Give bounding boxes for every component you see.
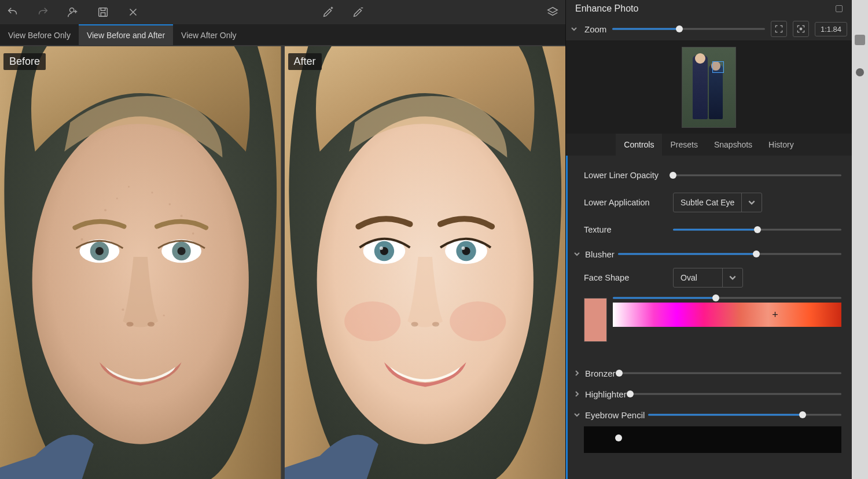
close-icon[interactable] [125,4,141,20]
after-pane[interactable]: After [285,46,566,479]
blusher-color-swatch[interactable] [584,298,607,342]
hue-crosshair-icon: + [772,309,778,321]
chevron-down-icon [741,193,762,212]
svg-point-18 [95,246,104,255]
eyebrow-pencil-slider[interactable] [648,409,841,421]
fit-screen-icon[interactable] [771,21,787,37]
svg-point-11 [151,191,153,193]
svg-point-37 [432,322,439,326]
bronzer-label: Bronzer [585,369,616,378]
svg-point-8 [169,203,171,205]
eyebrow-color-box[interactable] [584,426,841,453]
after-badge: After [288,53,322,70]
face-shape-label: Face Shape [573,273,666,282]
right-dock [852,0,868,479]
highlighter-label: Highlighter [585,389,627,399]
lower-liner-opacity-slider[interactable] [673,170,841,181]
svg-point-26 [344,301,400,341]
face-shape-dropdown[interactable]: Oval [673,268,743,288]
svg-point-10 [128,186,130,187]
svg-point-23 [148,322,155,326]
split-view: Before [0,45,565,479]
chevron-down-icon [722,268,742,287]
bronzer-slider[interactable] [619,367,841,379]
blusher-collapse-icon[interactable] [572,249,582,259]
svg-point-21 [177,246,185,255]
zoom-collapse-icon[interactable] [569,24,579,34]
svg-point-31 [379,246,382,249]
svg-point-36 [411,322,418,326]
before-pane[interactable]: Before [0,46,281,479]
view-tabs: View Before Only View Before and After V… [0,24,565,45]
eyebrow-collapse-icon[interactable] [572,410,582,419]
svg-point-0 [70,8,74,12]
redo-icon[interactable] [35,4,51,20]
highlighter-slider[interactable] [630,388,841,400]
layers-icon[interactable] [545,4,561,20]
save-icon[interactable] [95,4,111,20]
svg-point-14 [122,308,124,311]
svg-point-13 [192,232,194,234]
eyebrow-sub-thumb[interactable] [615,434,622,441]
tab-controls[interactable]: Controls [616,132,662,156]
tab-view-after-only[interactable]: View After Only [173,25,244,45]
tab-history[interactable]: History [760,134,802,156]
controls-panel: Lower Liner Opacity Lower Application Su… [566,156,852,479]
navigator-selection[interactable] [712,61,724,73]
blusher-slider[interactable] [618,248,841,260]
svg-point-38 [800,28,803,31]
dock-item-1[interactable] [855,35,865,45]
tab-view-before-only[interactable]: View Before Only [0,25,79,45]
undo-icon[interactable] [5,4,21,20]
zoom-row: Zoom 1:1.84 [566,17,852,41]
zoom-label: Zoom [584,24,606,34]
svg-point-12 [81,238,83,240]
brush-add-icon[interactable] [320,4,336,20]
after-image [285,46,566,479]
blusher-hue-picker[interactable]: + [613,303,841,327]
svg-point-9 [181,215,183,217]
svg-point-6 [116,197,118,199]
before-badge: Before [3,53,46,70]
lower-application-value: Subtle Cat Eye [674,198,741,207]
dock-item-2[interactable] [856,68,864,76]
svg-point-15 [163,314,165,316]
tab-snapshots[interactable]: Snapshots [706,134,760,156]
lower-application-label: Lower Application [573,198,666,207]
texture-slider[interactable] [673,224,841,235]
lower-liner-opacity-label: Lower Liner Opacity [573,171,666,180]
eyebrow-pencil-label: Eyebrow Pencil [585,410,645,420]
svg-rect-1 [99,8,108,16]
texture-label: Texture [573,225,666,234]
lower-application-dropdown[interactable]: Subtle Cat Eye [673,193,762,212]
main-toolbar [0,0,565,24]
tab-presets[interactable]: Presets [662,134,705,156]
highlighter-expand-icon[interactable] [572,389,582,399]
panel-title: Enhance Photo [566,0,852,17]
svg-rect-2 [101,13,105,16]
person-add-icon[interactable] [65,4,81,20]
tab-view-before-after[interactable]: View Before and After [79,24,173,45]
zoom-ratio[interactable]: 1:1.84 [815,22,847,36]
svg-point-22 [126,322,133,326]
zoom-slider[interactable] [612,23,765,35]
face-detect-icon[interactable] [793,21,809,37]
svg-point-27 [450,301,506,341]
svg-point-35 [461,246,465,249]
svg-point-5 [104,209,106,211]
panel-expand-icon[interactable] [836,5,843,12]
blusher-label: Blusher [585,249,615,259]
sub-tabs: Controls Presets Snapshots History [566,134,852,156]
panel-title-text: Enhance Photo [575,3,638,14]
bronzer-expand-icon[interactable] [572,369,582,378]
brush-remove-icon[interactable] [350,4,366,20]
face-shape-value: Oval [674,273,722,282]
before-image [0,46,281,479]
navigator-thumbnail[interactable] [682,47,736,128]
navigator[interactable] [566,41,852,134]
